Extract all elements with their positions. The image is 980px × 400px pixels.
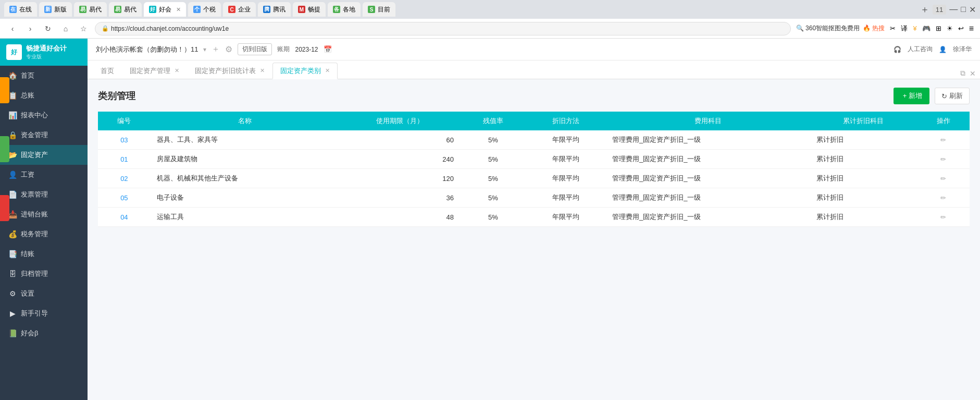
row5-accum: 累计折旧 — [810, 208, 917, 227]
window-restore-icon[interactable]: ⧉ — [960, 69, 965, 78]
table-row: 02 机器、机械和其他生产设备 120 5% 年限平均 管理费用_固定资产折旧_… — [98, 169, 970, 188]
browser-tab-geshui[interactable]: 个 个税 — [188, 2, 221, 17]
edit-icon-row3[interactable]: ✏ — [940, 175, 946, 183]
tab-label-yidai2: 易代 — [124, 5, 137, 14]
row2-method: 年限平均 — [526, 150, 606, 169]
sidebar-item-funds[interactable]: 🔒 资金管理 — [0, 125, 88, 145]
sidebar-item-reports[interactable]: 📊 报表中心 — [0, 105, 88, 125]
sidebar-item-assets[interactable]: 📂 固定资产 — [0, 145, 88, 165]
row2-code: 01 — [98, 150, 151, 169]
logo-edition: 专业版 — [26, 53, 67, 60]
window-controls: ⧉ ✕ — [960, 69, 980, 79]
dropdown-arrow[interactable]: ▾ — [203, 46, 206, 53]
browser-tab-qiye[interactable]: C 企业 — [223, 2, 256, 17]
tab-asset-category[interactable]: 固定资产类别 ✕ — [272, 63, 338, 79]
refresh-button[interactable]: ↻ 刷新 — [935, 88, 970, 104]
sidebar-item-stockbook[interactable]: 📥 进销台账 — [0, 204, 88, 224]
sidebar-item-tax[interactable]: 💰 税务管理 — [0, 224, 88, 244]
url-input[interactable]: 🔒 https://cloud.chanjet.com/accounting/u… — [95, 22, 791, 35]
back-button[interactable]: ‹ — [6, 22, 19, 35]
row3-name: 机器、机械和其他生产设备 — [151, 169, 340, 188]
logo-icon: 好 — [6, 44, 22, 60]
sidebar-item-payroll[interactable]: 👤 工资 — [0, 165, 88, 185]
left-deco-red[interactable] — [0, 195, 9, 221]
sidebar-label-journal: 总账 — [21, 91, 34, 100]
home-button[interactable]: ⌂ — [59, 22, 72, 35]
add-button[interactable]: + 新增 — [894, 88, 929, 104]
bookmark-button[interactable]: ☆ — [77, 22, 90, 35]
tab-assets-management[interactable]: 固定资产管理 ✕ — [122, 62, 187, 79]
coin-icon[interactable]: ¥ — [913, 25, 916, 32]
edit-icon-row2[interactable]: ✏ — [940, 155, 946, 163]
browser-tab-haohui[interactable]: 好 好会 ✕ — [144, 2, 186, 17]
close-accounts-icon: 📑 — [8, 250, 17, 258]
browser-tab-changti[interactable]: M 畅提 — [293, 2, 326, 17]
sidebar-item-invoice[interactable]: 📄 发票管理 — [0, 185, 88, 204]
browser-tab-close-haohui[interactable]: ✕ — [176, 6, 181, 13]
left-deco-green[interactable] — [0, 136, 9, 162]
sidebar-item-archive[interactable]: 🗄 归档管理 — [0, 264, 88, 284]
minimize-button[interactable]: — — [949, 5, 958, 14]
add-account-button[interactable]: ＋ — [212, 44, 220, 55]
browser-tab-xinban[interactable]: 新 新版 — [39, 2, 72, 17]
window-close-icon[interactable]: ✕ — [970, 69, 976, 78]
consult-label[interactable]: 人工咨询 — [908, 45, 933, 54]
sidebar-item-settings[interactable]: ⚙ 设置 — [0, 284, 88, 304]
tab-depreciation-stats[interactable]: 固定资产折旧统计表 ✕ — [187, 62, 272, 79]
sidebar-label-haohui: 好会β — [21, 329, 38, 338]
tab-home-label: 首页 — [101, 66, 114, 76]
menu-icon[interactable]: ≡ — [969, 24, 974, 33]
left-deco-orange[interactable] — [0, 77, 9, 103]
url-text: https://cloud.chanjet.com/accounting/uw1… — [111, 25, 229, 32]
refresh-icon: ↻ — [941, 92, 947, 100]
edit-icon-row4[interactable]: ✏ — [940, 194, 946, 202]
tab-count-badge: 11 — [933, 5, 946, 15]
sidebar-item-guide[interactable]: ▶ 新手引导 — [0, 304, 88, 323]
close-browser-button[interactable]: ✕ — [969, 5, 976, 15]
tab-category-label: 固定资产类别 — [280, 66, 321, 76]
browser-tab-yidai1[interactable]: 易 易代 — [74, 2, 107, 17]
browser-tab-gedi[interactable]: 各 各地 — [328, 2, 361, 17]
tab-icon-changti: M — [298, 6, 305, 13]
calendar-icon[interactable]: 📅 — [324, 45, 332, 53]
edit-icon-row5[interactable]: ✏ — [940, 213, 946, 221]
invoice-icon: 📄 — [8, 190, 17, 199]
sidebar-item-haohui[interactable]: 📗 好会β — [0, 323, 88, 343]
tab-label-yidai1: 易代 — [89, 5, 102, 14]
stockbook-icon: 📥 — [8, 210, 17, 219]
tab-assets-close[interactable]: ✕ — [175, 67, 179, 74]
scissors-icon[interactable]: ✂ — [890, 25, 896, 32]
sidebar-item-journal[interactable]: 📋 总账 — [0, 86, 88, 105]
undo-icon[interactable]: ↩ — [958, 25, 964, 32]
tab-home[interactable]: 首页 — [93, 62, 122, 79]
tab-label-changti: 畅提 — [308, 5, 320, 14]
browser-tab-yidai2[interactable]: 易 易代 — [109, 2, 142, 17]
sun-icon[interactable]: ☀ — [947, 25, 953, 32]
browser-tab-tengxun[interactable]: 腾 腾讯 — [258, 2, 291, 17]
add-tab-button[interactable]: ＋ — [920, 3, 929, 16]
reports-icon: 📊 — [8, 111, 17, 119]
translate-icon[interactable]: 译 — [901, 24, 908, 33]
col-code: 编号 — [98, 112, 151, 130]
sidebar-item-close-accounts[interactable]: 📑 结账 — [0, 244, 88, 264]
row1-method: 年限平均 — [526, 130, 606, 150]
browser-tab-zaixin[interactable]: 在 在线 — [4, 2, 37, 17]
edit-icon-row1[interactable]: ✏ — [940, 136, 946, 144]
browser-tab-mumu[interactable]: S 目前 — [363, 2, 395, 17]
tab-category-close[interactable]: ✕ — [325, 67, 330, 74]
account-settings-button[interactable]: ⚙ — [225, 44, 232, 54]
game-icon[interactable]: 🎮 — [922, 25, 931, 32]
sidebar-label-payroll: 工资 — [21, 170, 34, 179]
switch-version-button[interactable]: 切到旧版 — [238, 43, 272, 55]
assets-icon: 📂 — [8, 151, 17, 159]
grid-icon[interactable]: ⊞ — [936, 25, 941, 32]
sidebar-item-home[interactable]: 🏠 首页 — [0, 66, 88, 86]
tab-depr-close[interactable]: ✕ — [260, 67, 265, 74]
forward-button[interactable]: › — [24, 22, 36, 35]
home-icon: 🏠 — [8, 71, 17, 80]
maximize-button[interactable]: □ — [961, 5, 966, 14]
row4-code: 05 — [98, 188, 151, 208]
sidebar-label-close-accounts: 结账 — [21, 249, 34, 259]
search-text: 🔍 360智能抠图免费用 — [796, 24, 860, 33]
reload-button[interactable]: ↻ — [42, 22, 54, 35]
